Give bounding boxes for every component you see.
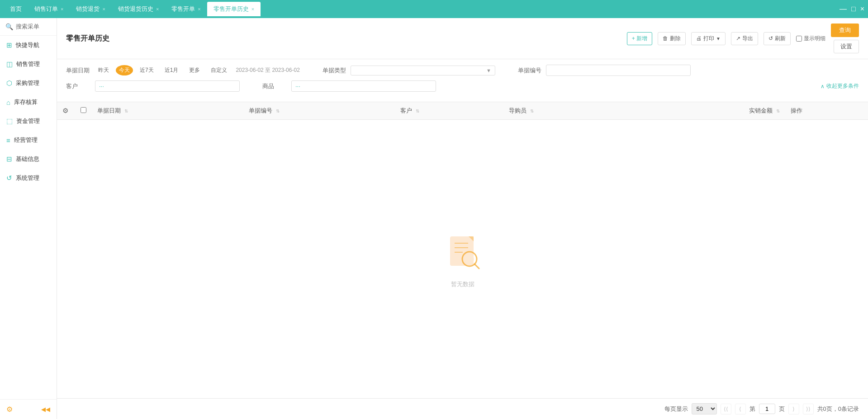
customer-label: 客户: [66, 82, 78, 90]
tab-close-retail-open-history[interactable]: ×: [251, 6, 254, 12]
total-info: 共0页，0条记录: [817, 405, 859, 413]
minimize-icon[interactable]: □: [851, 5, 856, 13]
more-btn[interactable]: 更多: [185, 65, 204, 75]
collapse-btn[interactable]: ∧ 收起更多条件: [821, 82, 859, 90]
print-button[interactable]: 🖨 打印 ▼: [691, 32, 726, 45]
bill-type-label: 单据类型: [323, 66, 346, 75]
bill-type-arrow-icon: ▼: [486, 68, 491, 73]
last-month-btn[interactable]: 近1月: [161, 65, 183, 75]
sidebar-item-system[interactable]: ↺ 系统管理: [0, 169, 57, 188]
tab-close-sales-return[interactable]: ×: [102, 6, 105, 12]
tab-sales-return-history[interactable]: 销货退货历史 ×: [112, 2, 165, 16]
table-header-row: ⚙ 单据日期 ⇅ 单据编号 ⇅: [57, 102, 868, 120]
sidebar-search[interactable]: 🔍 搜索采单: [0, 18, 57, 36]
sidebar-item-base[interactable]: ⊟ 基础信息: [0, 150, 57, 169]
purchase-icon: ⬡: [6, 79, 12, 87]
sidebar-item-inventory[interactable]: ⌂ 库存核算: [0, 93, 57, 112]
settings-bottom-icon[interactable]: ⚙: [6, 405, 13, 414]
maximize-icon[interactable]: ×: [860, 5, 864, 13]
sales-icon: ◫: [6, 60, 13, 68]
last-page-btn[interactable]: ⟩⟩: [803, 404, 814, 414]
sidebar-item-shortcut[interactable]: ⊞ 快捷导航: [0, 36, 57, 55]
tab-sales-order[interactable]: 销售订单 ×: [28, 2, 70, 16]
goods-dots: ···: [295, 83, 300, 89]
tab-home[interactable]: 首页: [4, 2, 28, 16]
table-container: ⚙ 单据日期 ⇅ 单据编号 ⇅: [57, 102, 868, 419]
today-btn[interactable]: 今天: [116, 65, 133, 75]
col-header-no: 单据编号 ⇅: [243, 102, 395, 120]
tab-retail-open-history[interactable]: 零售开单历史 ×: [207, 2, 261, 16]
date-label: 单据日期: [66, 66, 90, 75]
table-settings-icon[interactable]: ⚙: [62, 107, 68, 114]
select-all-checkbox[interactable]: [81, 107, 86, 113]
date-sort-icon[interactable]: ⇅: [124, 108, 128, 113]
delete-button[interactable]: 🗑 删除: [658, 32, 686, 45]
filter-row-1: 单据日期 昨天 今天 近7天 近1月 更多 自定义 2023-06-02 至 2…: [66, 65, 859, 76]
base-icon: ⊟: [6, 155, 12, 163]
settings-button[interactable]: 设置: [834, 40, 859, 53]
bill-no-input[interactable]: [546, 65, 691, 76]
export-button[interactable]: ↗ 导出: [731, 32, 758, 45]
page-title: 零售开单历史: [66, 34, 109, 43]
col-header-date: 单据日期 ⇅: [92, 102, 243, 120]
col-header-action: 操作: [785, 102, 868, 120]
add-button[interactable]: + 新增: [627, 32, 652, 45]
page-suffix: 页: [779, 405, 785, 413]
svg-point-5: [465, 254, 474, 264]
svg-line-6: [474, 264, 479, 268]
tab-bar: 首页 销售订单 × 销货退货 × 销货退货历史 × 零售开单 × 零售开单历史 …: [0, 0, 868, 18]
query-button[interactable]: 查询: [831, 24, 859, 37]
per-page-label: 每页显示: [664, 405, 688, 413]
no-sort-icon[interactable]: ⇅: [276, 108, 280, 113]
yesterday-btn[interactable]: 昨天: [94, 65, 113, 75]
customer-select[interactable]: ···: [95, 80, 240, 92]
sidebar-bottom: ⚙ ◀◀: [0, 399, 57, 419]
page-label: 第: [749, 405, 755, 413]
data-table: ⚙ 单据日期 ⇅ 单据编号 ⇅: [57, 102, 868, 120]
content-area: 零售开单历史 + 新增 🗑 删除 🖨 打印 ▼ ↗ 导出 ↺: [57, 18, 868, 419]
display-detail-checkbox[interactable]: 显示明细: [796, 35, 825, 42]
empty-text: 暂无数据: [451, 280, 474, 288]
tab-close-sales-order[interactable]: ×: [61, 6, 63, 12]
system-icon: ↺: [6, 174, 12, 182]
per-page-select[interactable]: 50 20 100: [692, 403, 717, 414]
tab-close-sales-return-history[interactable]: ×: [156, 6, 159, 12]
amount-sort-icon[interactable]: ⇅: [776, 108, 780, 113]
print-icon: 🖨: [696, 35, 702, 42]
page-input[interactable]: [759, 404, 775, 414]
goods-label: 商品: [262, 82, 274, 90]
bill-type-select[interactable]: ▼: [351, 66, 495, 75]
display-detail-input[interactable]: [796, 36, 802, 42]
toolbar: + 新增 🗑 删除 🖨 打印 ▼ ↗ 导出 ↺ 刷新: [627, 24, 859, 53]
tab-close-retail-open[interactable]: ×: [198, 6, 200, 12]
inventory-icon: ⌂: [6, 99, 10, 106]
shortcut-icon: ⊞: [6, 41, 12, 49]
sidebar-item-sales[interactable]: ◫ 销售管理: [0, 55, 57, 74]
customer-sort-icon[interactable]: ⇅: [416, 108, 419, 113]
collapse-sidebar-icon[interactable]: ◀◀: [41, 406, 50, 413]
custom-btn[interactable]: 自定义: [207, 65, 231, 75]
tab-bar-right: — □ ×: [840, 5, 864, 13]
sidebar-item-finance[interactable]: ⬚ 资金管理: [0, 112, 57, 131]
operation-icon: ≡: [6, 137, 10, 144]
guide-sort-icon[interactable]: ⇅: [530, 108, 534, 113]
bill-no-label: 单据编号: [518, 66, 541, 75]
delete-icon: 🗑: [663, 35, 668, 42]
prev-page-btn[interactable]: ⟨: [735, 404, 746, 414]
goods-select[interactable]: ···: [291, 80, 436, 92]
sidebar-item-operation[interactable]: ≡ 经营管理: [0, 131, 57, 150]
tab-retail-open[interactable]: 零售开单 ×: [165, 2, 207, 16]
tab-sales-return[interactable]: 销货退货 ×: [70, 2, 111, 16]
col-header-guide: 导购员 ⇅: [503, 102, 634, 120]
date-range-display: 2023-06-02 至 2023-06-02: [236, 66, 299, 74]
last7-btn[interactable]: 近7天: [136, 65, 158, 75]
refresh-button[interactable]: ↺ 刷新: [764, 32, 791, 45]
close-window-icon[interactable]: —: [840, 5, 847, 13]
header-right-btns: 查询 设置: [831, 24, 859, 53]
customer-dots: ···: [99, 83, 104, 89]
sidebar-item-purchase[interactable]: ⬡ 采购管理: [0, 74, 57, 93]
next-page-btn[interactable]: ⟩: [788, 404, 799, 414]
first-page-btn[interactable]: ⟨⟨: [721, 404, 731, 414]
filter-row-2: 客户 ··· 商品 ··· ∧ 收起更多条件: [66, 80, 859, 92]
col-header-amount: 实销金额 ⇅: [634, 102, 785, 120]
